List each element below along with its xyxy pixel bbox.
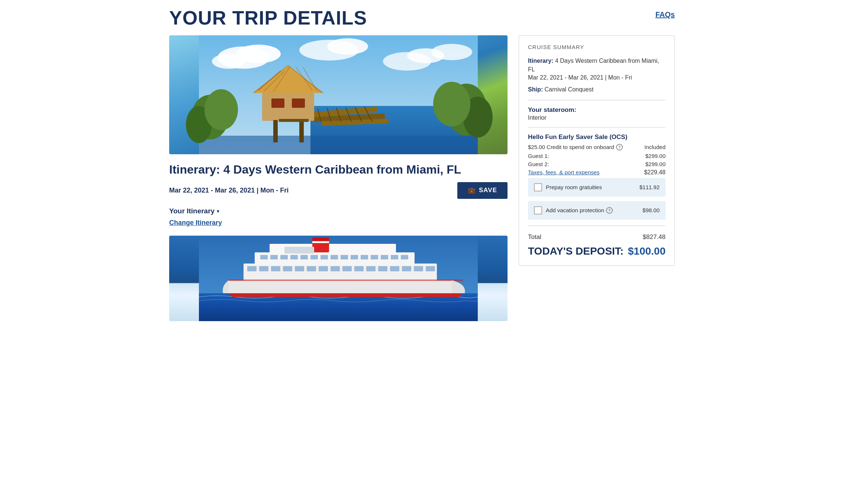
svg-rect-59 xyxy=(414,266,423,271)
promo-credit-text: $25.00 Credit to spend on onboard ? xyxy=(528,144,623,151)
taxes-row: Taxes, fees, & port expenses $229.48 xyxy=(528,169,666,176)
taxes-link[interactable]: Taxes, fees, & port expenses xyxy=(528,169,600,175)
save-icon: 💼 xyxy=(468,187,476,194)
svg-rect-10 xyxy=(199,136,478,154)
svg-rect-54 xyxy=(354,266,364,271)
trip-dates: Mar 22, 2021 - Mar 26, 2021 | Mon - Fri xyxy=(169,187,289,194)
vacation-label: Add vacation protection ? xyxy=(546,207,613,214)
svg-rect-53 xyxy=(342,266,352,271)
svg-rect-78 xyxy=(312,241,329,243)
svg-rect-77 xyxy=(312,238,329,240)
svg-rect-79 xyxy=(284,247,314,253)
divider-2 xyxy=(528,127,666,127)
cruise-ship-image xyxy=(169,236,508,321)
svg-rect-72 xyxy=(371,255,378,259)
svg-rect-50 xyxy=(307,266,316,271)
svg-rect-68 xyxy=(331,255,338,259)
your-itinerary-toggle[interactable]: Your Itinerary ▾ xyxy=(169,207,508,215)
prepay-checkbox[interactable] xyxy=(534,183,542,191)
guest2-label: Guest 2: xyxy=(528,161,549,167)
svg-rect-51 xyxy=(319,266,328,271)
svg-rect-67 xyxy=(320,255,328,259)
prepay-gratuities-section: Prepay room gratuities $111.92 xyxy=(528,178,666,197)
summary-itinerary-row: Itinerary: 4 Days Western Caribbean from… xyxy=(528,57,666,82)
your-itinerary-label: Your Itinerary xyxy=(169,207,215,215)
hero-image xyxy=(169,35,508,154)
divider-3 xyxy=(528,226,666,226)
svg-rect-65 xyxy=(300,255,308,259)
svg-rect-69 xyxy=(341,255,348,259)
chevron-down-icon: ▾ xyxy=(217,208,219,214)
date-row: Mar 22, 2021 - Mar 26, 2021 | Mon - Fri … xyxy=(169,182,508,199)
promo-included: Included xyxy=(644,144,666,150)
svg-rect-46 xyxy=(259,266,268,271)
total-amount: $827.48 xyxy=(643,233,666,241)
prepay-amount: $111.92 xyxy=(640,184,660,190)
guest2-amount: $299.00 xyxy=(645,161,666,167)
svg-rect-57 xyxy=(390,266,399,271)
svg-rect-29 xyxy=(292,98,305,108)
itinerary-label: Itinerary: xyxy=(528,58,553,64)
svg-rect-66 xyxy=(310,255,318,259)
svg-rect-37 xyxy=(273,120,278,142)
stateroom-label: Your stateroom: xyxy=(528,106,666,114)
ship-value: Carnival Conquest xyxy=(544,86,593,93)
svg-rect-47 xyxy=(271,266,280,271)
guest2-row: Guest 2: $299.00 xyxy=(528,161,666,167)
faqs-link[interactable]: FAQs xyxy=(655,10,675,19)
total-label: Total xyxy=(528,233,541,241)
save-button[interactable]: 💼 SAVE xyxy=(457,182,508,199)
svg-rect-48 xyxy=(283,266,292,271)
svg-rect-70 xyxy=(351,255,358,259)
svg-rect-39 xyxy=(279,119,309,122)
summary-ship-row: Ship: Carnival Conquest xyxy=(528,85,666,94)
divider-1 xyxy=(528,100,666,100)
svg-rect-61 xyxy=(260,255,268,259)
svg-rect-62 xyxy=(270,255,278,259)
total-row: Total $827.48 xyxy=(528,232,666,241)
svg-rect-55 xyxy=(366,266,376,271)
svg-point-3 xyxy=(212,54,245,69)
deposit-amount: $100.00 xyxy=(628,245,666,257)
svg-point-8 xyxy=(431,44,472,60)
svg-rect-58 xyxy=(402,266,411,271)
svg-rect-60 xyxy=(426,266,435,271)
svg-rect-27 xyxy=(262,91,314,121)
promo-credit-label: $25.00 Credit to spend on onboard xyxy=(528,144,614,150)
guest1-row: Guest 1: $299.00 xyxy=(528,153,666,159)
promo-help-icon[interactable]: ? xyxy=(616,144,623,151)
svg-rect-52 xyxy=(331,266,340,271)
vacation-help-icon[interactable]: ? xyxy=(606,207,613,214)
page-title: YOUR TRIP DETAILS xyxy=(169,7,367,29)
promo-title: Hello Fun Early Saver Sale (OCS) xyxy=(528,133,666,141)
vacation-protection-section: Add vacation protection ? $98.00 xyxy=(528,201,666,220)
ship-label: Ship: xyxy=(528,86,543,93)
itinerary-dates: Mar 22, 2021 - Mar 26, 2021 | Mon - Fri xyxy=(528,74,632,81)
taxes-amount: $229.48 xyxy=(644,169,666,176)
stateroom-value: Interior xyxy=(528,114,666,121)
svg-rect-28 xyxy=(271,98,284,108)
save-button-label: SAVE xyxy=(479,187,497,194)
vacation-amount: $98.00 xyxy=(642,207,660,213)
promo-credit-row: $25.00 Credit to spend on onboard ? Incl… xyxy=(528,144,666,151)
svg-rect-45 xyxy=(247,266,257,271)
vacation-left: Add vacation protection ? xyxy=(534,206,613,214)
svg-rect-49 xyxy=(295,266,304,271)
vacation-checkbox[interactable] xyxy=(534,206,542,214)
summary-section-title: CRUISE SUMMARY xyxy=(528,44,666,50)
svg-rect-63 xyxy=(280,255,288,259)
svg-rect-71 xyxy=(361,255,368,259)
svg-point-5 xyxy=(327,38,368,55)
svg-point-13 xyxy=(204,89,238,130)
prepay-left: Prepay room gratuities xyxy=(534,183,602,191)
svg-rect-73 xyxy=(381,255,388,259)
svg-rect-64 xyxy=(290,255,298,259)
guest1-label: Guest 1: xyxy=(528,153,549,159)
svg-rect-56 xyxy=(378,266,387,271)
itinerary-title: Itinerary: 4 Days Western Caribbean from… xyxy=(169,162,508,177)
svg-rect-74 xyxy=(391,255,398,259)
change-itinerary-link[interactable]: Change Itinerary xyxy=(169,219,222,227)
deposit-row: TODAY'S DEPOSIT: $100.00 xyxy=(528,245,666,257)
stateroom-section: Your stateroom: Interior xyxy=(528,106,666,121)
cruise-summary-panel: CRUISE SUMMARY Itinerary: 4 Days Western… xyxy=(519,35,675,266)
